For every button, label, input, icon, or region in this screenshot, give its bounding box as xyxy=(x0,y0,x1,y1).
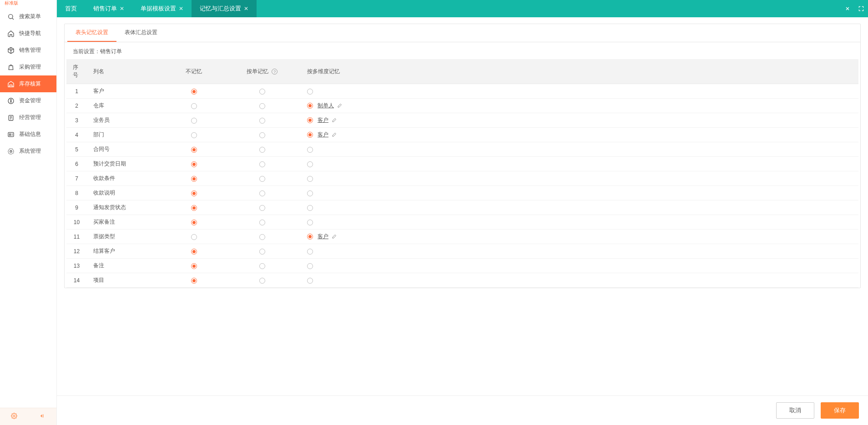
radio-dim[interactable] xyxy=(307,205,313,211)
tab-3[interactable]: 记忆与汇总设置✕ xyxy=(192,0,257,17)
radio-bill[interactable] xyxy=(259,161,265,167)
panel-tab-0[interactable]: 表头记忆设置 xyxy=(67,24,116,42)
panel-tab-1[interactable]: 表体汇总设置 xyxy=(116,24,166,42)
tab-2[interactable]: 单据模板设置✕ xyxy=(132,0,192,17)
radio-dim[interactable] xyxy=(307,161,313,167)
sidebar-item-6[interactable]: 经营管理 xyxy=(0,109,56,126)
warehouse-icon xyxy=(7,80,15,88)
radio-dim[interactable] xyxy=(307,117,313,123)
radio-nomem[interactable] xyxy=(191,205,197,211)
radio-bill[interactable] xyxy=(259,220,265,225)
radio-nomem[interactable] xyxy=(191,161,197,167)
th-dim: 按多维度记忆 xyxy=(301,59,858,84)
close-icon[interactable]: ✕ xyxy=(244,5,248,12)
radio-bill[interactable] xyxy=(259,132,265,138)
dimension-link[interactable]: 客户 xyxy=(318,117,328,123)
sidebar-item-4[interactable]: 库存核算 xyxy=(0,75,56,92)
radio-nomem[interactable] xyxy=(191,176,197,182)
radio-nomem[interactable] xyxy=(191,249,197,255)
close-all-tabs-button[interactable] xyxy=(841,0,854,17)
radio-dim[interactable] xyxy=(307,278,313,284)
gear-dashed-icon xyxy=(7,148,15,155)
radio-nomem[interactable] xyxy=(191,278,197,284)
radio-nomem[interactable] xyxy=(191,147,197,153)
cell-seq: 4 xyxy=(66,128,87,142)
close-icon[interactable]: ✕ xyxy=(120,5,124,12)
edit-icon[interactable] xyxy=(331,118,337,123)
radio-dim[interactable] xyxy=(307,234,313,240)
radio-nomem[interactable] xyxy=(191,190,197,196)
tab-0[interactable]: 首页 xyxy=(57,0,85,17)
radio-dim[interactable] xyxy=(307,89,313,95)
cell-name: 合同号 xyxy=(87,142,164,157)
help-icon[interactable]: ? xyxy=(272,69,278,75)
sidebar-item-2[interactable]: 销售管理 xyxy=(0,42,56,59)
cell-name: 收款说明 xyxy=(87,186,164,200)
radio-dim[interactable] xyxy=(307,132,313,138)
cell-nomem xyxy=(164,171,223,186)
edit-icon[interactable] xyxy=(331,132,337,138)
dimension-link[interactable]: 制单人 xyxy=(318,102,334,109)
collapse-button[interactable] xyxy=(28,408,56,425)
radio-dim[interactable] xyxy=(307,176,313,182)
radio-nomem[interactable] xyxy=(191,103,197,109)
radio-nomem[interactable] xyxy=(191,118,197,124)
radio-bill[interactable] xyxy=(259,118,265,124)
cell-nomem xyxy=(164,157,223,171)
radio-dim[interactable] xyxy=(307,220,313,225)
sidebar-item-0[interactable]: 搜索菜单 xyxy=(0,8,56,25)
cell-nomem xyxy=(164,84,223,99)
radio-dim[interactable] xyxy=(307,249,313,255)
sidebar-item-label: 快捷导航 xyxy=(19,30,41,37)
radio-bill[interactable] xyxy=(259,89,265,95)
radio-nomem[interactable] xyxy=(191,234,197,240)
cell-bill xyxy=(223,171,301,186)
cell-bill xyxy=(223,84,301,99)
cell-seq: 6 xyxy=(66,157,87,171)
radio-dim[interactable] xyxy=(307,190,313,196)
close-icon[interactable]: ✕ xyxy=(179,5,183,12)
radio-nomem[interactable] xyxy=(191,220,197,225)
svg-point-0 xyxy=(9,14,13,18)
sidebar-item-label: 库存核算 xyxy=(19,80,41,88)
radio-bill[interactable] xyxy=(259,103,265,109)
table-row: 1客户 xyxy=(66,84,858,99)
svg-point-6 xyxy=(10,150,12,152)
cancel-button[interactable]: 取消 xyxy=(776,402,814,419)
radio-bill[interactable] xyxy=(259,249,265,255)
cell-dim: 制单人 xyxy=(301,99,858,113)
radio-bill[interactable] xyxy=(259,278,265,284)
radio-dim[interactable] xyxy=(307,263,313,269)
tab-1[interactable]: 销售订单✕ xyxy=(85,0,132,17)
sidebar-item-5[interactable]: 资金管理 xyxy=(0,92,56,109)
settings-button[interactable] xyxy=(0,408,28,425)
fullscreen-button[interactable] xyxy=(854,0,868,17)
dimension-link[interactable]: 客户 xyxy=(318,233,328,240)
current-setting-label: 当前设置： xyxy=(73,48,100,55)
radio-nomem[interactable] xyxy=(191,132,197,138)
radio-bill[interactable] xyxy=(259,263,265,269)
edit-icon[interactable] xyxy=(337,103,342,109)
dimension-link[interactable]: 客户 xyxy=(318,131,328,138)
cell-dim: 客户 xyxy=(301,128,858,142)
cell-seq: 2 xyxy=(66,99,87,113)
radio-dim[interactable] xyxy=(307,103,313,109)
sidebar-item-1[interactable]: 快捷导航 xyxy=(0,25,56,42)
table-row: 7收款条件 xyxy=(66,171,858,186)
radio-nomem[interactable] xyxy=(191,89,197,95)
sidebar-item-3[interactable]: 采购管理 xyxy=(0,59,56,75)
sidebar-item-8[interactable]: 系统管理 xyxy=(0,143,56,160)
radio-bill[interactable] xyxy=(259,176,265,182)
radio-bill[interactable] xyxy=(259,234,265,240)
radio-dim[interactable] xyxy=(307,147,313,153)
edit-icon[interactable] xyxy=(331,234,337,240)
radio-bill[interactable] xyxy=(259,190,265,196)
sidebar-item-7[interactable]: 基础信息 xyxy=(0,126,56,143)
table-row: 11票据类型客户 xyxy=(66,230,858,244)
radio-bill[interactable] xyxy=(259,205,265,211)
sidebar-item-label: 系统管理 xyxy=(19,147,41,155)
radio-bill[interactable] xyxy=(259,147,265,153)
save-button[interactable]: 保存 xyxy=(821,402,859,419)
radio-nomem[interactable] xyxy=(191,263,197,269)
cell-nomem xyxy=(164,113,223,128)
